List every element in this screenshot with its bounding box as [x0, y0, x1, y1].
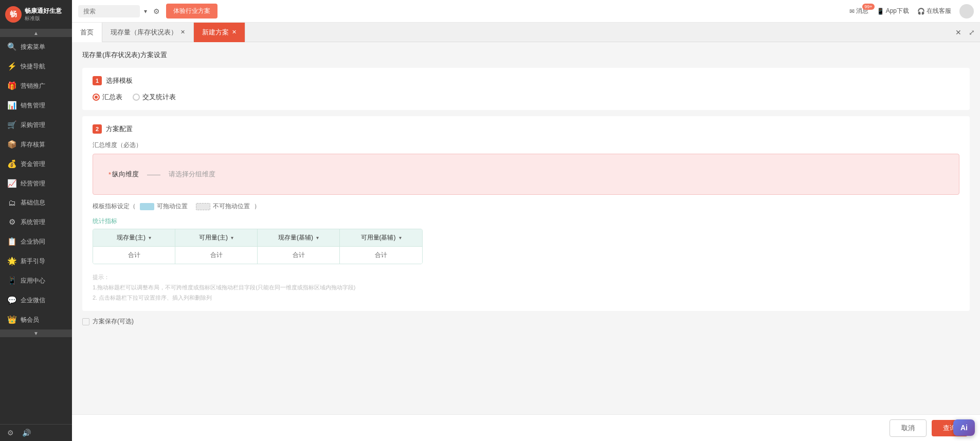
sidebar-scroll-up[interactable]: ▲ [0, 29, 72, 37]
sidebar-icon-marketing: 🎁 [7, 81, 16, 90]
save-checkbox[interactable] [82, 318, 89, 325]
section1-header: 1 选择模板 [93, 76, 959, 85]
stat-col-header-0: 现存量(主) ▾ [93, 229, 175, 246]
summary-dimension-label: 汇总维度（必选） [93, 141, 959, 150]
sidebar-icon-appCenter: 📱 [7, 276, 16, 285]
sidebar-item-member[interactable]: 👑 畅会员 [0, 310, 72, 329]
tip-2: 2. 点击标题栏下拉可设置排序、插入列和删除列 [93, 293, 959, 303]
radio-cross[interactable]: 交叉统计表 [133, 93, 176, 102]
chevron-0[interactable]: ▾ [149, 235, 151, 241]
sidebar-item-sales[interactable]: 📊 销售管理 [0, 96, 72, 115]
section1-title: 选择模板 [106, 76, 133, 85]
stat-col-header-1: 可用量(主) ▾ [175, 229, 258, 246]
tab-new-plan-close[interactable]: ✕ [232, 29, 237, 35]
page-title: 现存量(库存状况表)方案设置 [82, 50, 970, 60]
sidebar-icon-system: ⚙ [7, 217, 16, 227]
sidebar-item-wechat[interactable]: 💬 企业微信 [0, 290, 72, 310]
tab-inventory[interactable]: 现存量（库存状况表） ✕ [102, 23, 194, 42]
close-panel-btn[interactable]: ✕ [952, 26, 965, 39]
stat-col-header-2: 现存量(基辅) ▾ [258, 229, 340, 246]
section-template: 1 选择模板 汇总表 交叉统计表 [82, 68, 970, 110]
tip-1: 1.拖动标题栏可以调整布局，不可跨维度或指标区域拖动栏目字段(只能在同一维度或指… [93, 283, 959, 293]
sidebar-label-member: 畅会员 [21, 316, 39, 324]
stat-table-header: 现存量(主) ▾ 可用量(主) ▾ 现存量(基辅) ▾ 可用量(基辅) [93, 229, 422, 246]
sidebar-icon-inventory: 📦 [7, 140, 16, 149]
topbar-search-input[interactable] [78, 5, 140, 17]
sidebar-label-sales: 销售管理 [21, 101, 45, 110]
topbar-gear-icon[interactable]: ⚙ [153, 7, 160, 15]
online-service-btn[interactable]: 🎧 在线客服 [917, 7, 951, 15]
sidebar-nav: 🔍 搜索菜单 ⚡ 快捷导航 🎁 营销推广 📊 销售管理 🛒 采购管理 📦 库存核… [0, 37, 72, 329]
indicator-legend: 可拖动位置 不可拖动位置 [140, 202, 250, 211]
sidebar-label-system: 系统管理 [21, 218, 45, 227]
stat-col-header-3: 可用量(基辅) ▾ [340, 229, 422, 246]
sidebar-label-wechat: 企业微信 [21, 296, 45, 305]
topbar: ▾ ⚙ 体验行业方案 ✉ 消息 99+ 📱 App下载 🎧 在线客服 [72, 0, 980, 23]
sidebar-item-purchase[interactable]: 🛒 采购管理 [0, 115, 72, 135]
legend-draggable: 可拖动位置 [140, 202, 188, 211]
sidebar-item-operation[interactable]: 📈 经营管理 [0, 174, 72, 193]
user-avatar[interactable] [959, 4, 974, 19]
dimension-placeholder: 请选择分组维度 [169, 170, 215, 179]
sidebar-item-basic[interactable]: 🗂 基础信息 [0, 193, 72, 212]
message-btn[interactable]: ✉ 消息 99+ [849, 7, 868, 15]
template-radio-group: 汇总表 交叉统计表 [93, 93, 959, 102]
main-area: ▾ ⚙ 体验行业方案 ✉ 消息 99+ 📱 App下载 🎧 在线客服 首页 [72, 0, 980, 441]
sidebar-icon-newbie: 🌟 [7, 256, 16, 266]
expand-panel-btn[interactable]: ⤢ [966, 26, 978, 39]
chevron-3[interactable]: ▾ [399, 235, 402, 241]
sidebar-item-marketing[interactable]: 🎁 营销推广 [0, 76, 72, 96]
phone-icon: 📱 [877, 8, 884, 15]
tab-new-plan[interactable]: 新建方案 ✕ [194, 23, 245, 42]
section2-title: 方案配置 [106, 124, 133, 134]
sidebar-item-newbie[interactable]: 🌟 新手引导 [0, 251, 72, 271]
dimension-selector[interactable]: * 纵向维度 —— 请选择分组维度 [93, 154, 959, 195]
chevron-1[interactable]: ▾ [231, 235, 233, 241]
sidebar-item-search[interactable]: 🔍 搜索菜单 [0, 37, 72, 57]
sidebar-label-enterprise: 企业协同 [21, 237, 45, 246]
legend-non-draggable: 不可拖动位置 [196, 202, 250, 211]
sidebar-scroll-down[interactable]: ▼ [0, 329, 72, 337]
sidebar-item-finance[interactable]: 💰 资金管理 [0, 154, 72, 174]
settings-icon[interactable]: ⚙ [7, 429, 14, 437]
stat-col-body-0: 合计 [93, 246, 175, 264]
stat-table-body: 合计 合计 合计 合计 [93, 246, 422, 264]
sidebar-item-enterprise[interactable]: 📋 企业协同 [0, 232, 72, 251]
radio-summary[interactable]: 汇总表 [93, 93, 122, 102]
sidebar-item-appCenter[interactable]: 📱 应用中心 [0, 271, 72, 290]
topbar-dropdown-icon[interactable]: ▾ [144, 8, 147, 15]
message-badge: 99+ [862, 4, 874, 10]
sidebar-item-system[interactable]: ⚙ 系统管理 [0, 212, 72, 232]
save-option-label: 方案保存(可选) [93, 317, 134, 326]
audio-icon[interactable]: 🔊 [22, 429, 31, 437]
sidebar-label-newbie: 新手引导 [21, 257, 45, 266]
sidebar-label-appCenter: 应用中心 [21, 277, 45, 285]
sidebar-icon-purchase: 🛒 [7, 120, 16, 130]
stat-col-body-3: 合计 [340, 246, 422, 264]
sidebar-item-shortcut[interactable]: ⚡ 快捷导航 [0, 57, 72, 76]
ai-float-button[interactable]: Ai [953, 419, 975, 436]
stat-section: 统计指标 现存量(主) ▾ 可用量(主) ▾ 现存量(基辅) [93, 217, 959, 264]
non-draggable-legend-box [196, 203, 210, 210]
tabbar: 首页 现存量（库存状况表） ✕ 新建方案 ✕ ✕ ⤢ [72, 23, 980, 42]
section2-num: 2 [93, 124, 102, 134]
app-download-btn[interactable]: 📱 App下载 [877, 7, 909, 15]
trial-btn[interactable]: 体验行业方案 [166, 4, 217, 19]
sidebar-icon-operation: 📈 [7, 179, 16, 188]
logo-icon: 畅 [5, 6, 22, 23]
tab-home[interactable]: 首页 [72, 23, 102, 42]
sidebar-icon-wechat: 💬 [7, 296, 16, 305]
sidebar-label-marketing: 营销推广 [21, 82, 45, 90]
indicator-settings: 模板指标设定（ 可拖动位置 不可拖动位置 ） [93, 202, 959, 211]
headset-icon: 🎧 [917, 8, 925, 15]
sidebar-item-inventory[interactable]: 📦 库存核算 [0, 135, 72, 154]
section-config: 2 方案配置 汇总维度（必选） * 纵向维度 —— 请选择分组维度 模板指标设定… [82, 116, 970, 311]
sidebar-label-inventory: 库存核算 [21, 140, 45, 149]
chevron-2[interactable]: ▾ [316, 235, 319, 241]
sidebar-icon-shortcut: ⚡ [7, 62, 16, 71]
draggable-legend-box [140, 203, 154, 210]
section1-num: 1 [93, 76, 102, 85]
cancel-button[interactable]: 取消 [890, 419, 927, 437]
tab-inventory-close[interactable]: ✕ [180, 29, 185, 35]
stat-label: 统计指标 [93, 217, 959, 226]
